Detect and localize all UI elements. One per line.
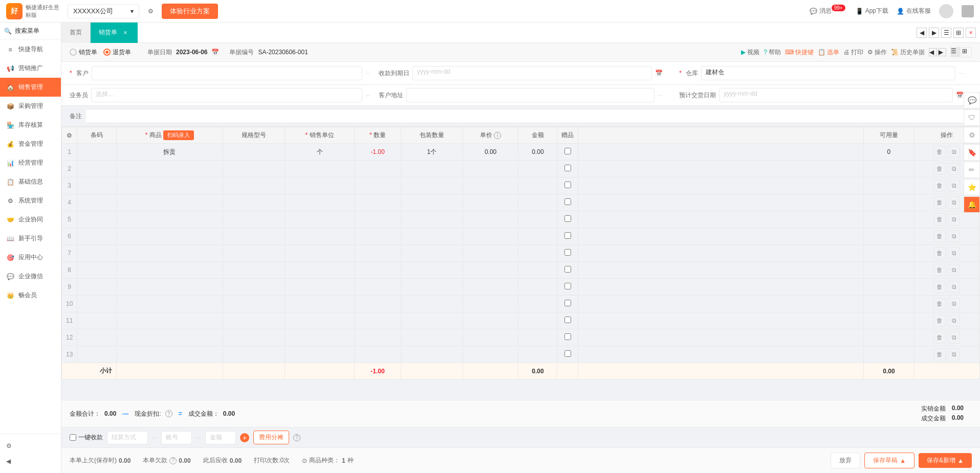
action-shortcut[interactable]: ⌨ 快捷键 xyxy=(785,48,814,57)
copy-row-button[interactable]: ⧉ xyxy=(948,281,960,293)
cell-pack-qty[interactable] xyxy=(401,279,463,296)
fee-split-button[interactable]: 费用分摊 xyxy=(253,431,289,444)
cell-product[interactable] xyxy=(116,161,223,177)
cell-barcode[interactable] xyxy=(77,262,116,279)
cell-price[interactable] xyxy=(463,211,518,228)
cell-amount[interactable] xyxy=(518,329,557,346)
account-more-icon[interactable]: ··· xyxy=(196,434,201,441)
cell-unit[interactable] xyxy=(285,211,355,228)
cash-discount-info-icon[interactable]: ? xyxy=(165,410,172,417)
gift-checkbox[interactable] xyxy=(564,350,571,357)
collection-date-input[interactable]: yyyy-mm-dd xyxy=(412,66,652,80)
cell-product[interactable] xyxy=(116,346,223,363)
cell-price[interactable] xyxy=(463,296,518,312)
warehouse-input[interactable]: 建材仓 xyxy=(701,66,955,80)
right-panel-chat-icon[interactable]: 💬 xyxy=(964,92,980,108)
gift-checkbox[interactable] xyxy=(564,249,571,256)
cell-gift[interactable] xyxy=(557,211,578,228)
cell-unit[interactable] xyxy=(285,194,355,211)
action-operate[interactable]: ⚙ 操作 xyxy=(867,48,887,57)
right-panel-orange-icon[interactable]: 🔔 xyxy=(964,196,980,213)
copy-row-button[interactable]: ⧉ xyxy=(948,163,960,175)
cell-quantity[interactable]: -1.00 xyxy=(354,144,401,161)
order-debt-info-icon[interactable]: ? xyxy=(169,457,177,464)
tab-prev-icon[interactable]: ◀ xyxy=(917,28,927,38)
cell-product[interactable] xyxy=(116,228,223,245)
cell-amount[interactable] xyxy=(518,346,557,363)
tab-sales-order[interactable]: 销货单 × xyxy=(91,22,138,43)
cell-gift[interactable] xyxy=(557,296,578,312)
cell-barcode[interactable] xyxy=(77,296,116,312)
sidebar-item-finance[interactable]: 💰 资金管理 xyxy=(0,134,61,153)
cell-unit[interactable] xyxy=(285,329,355,346)
cell-amount[interactable] xyxy=(518,194,557,211)
sidebar-collapse[interactable]: ◀ xyxy=(0,454,61,469)
prev-record-icon[interactable]: ◀ xyxy=(929,48,937,56)
cell-product[interactable] xyxy=(116,194,223,211)
sidebar-item-management[interactable]: 📊 经营管理 xyxy=(0,153,61,172)
cell-gift[interactable] xyxy=(557,279,578,296)
fee-info-icon[interactable]: ? xyxy=(293,434,300,441)
view-grid-icon[interactable]: ⊞ xyxy=(962,47,972,57)
cell-gift[interactable] xyxy=(557,346,578,363)
cell-spec[interactable] xyxy=(223,329,285,346)
cell-amount[interactable] xyxy=(518,279,557,296)
save-new-button[interactable]: 保存&新增 ▲ xyxy=(919,453,972,468)
gift-checkbox[interactable] xyxy=(564,148,571,154)
cell-unit[interactable] xyxy=(285,262,355,279)
cell-pack-qty[interactable] xyxy=(401,312,463,329)
cell-unit[interactable] xyxy=(285,279,355,296)
one-click-payment-checkbox[interactable]: 一键收款 xyxy=(70,433,103,442)
cell-unit[interactable] xyxy=(285,296,355,312)
gift-checkbox[interactable] xyxy=(564,266,571,273)
delete-row-button[interactable]: 🗑 xyxy=(933,264,946,276)
cell-product[interactable]: 拆贡 xyxy=(116,144,223,161)
payment-checkbox-input[interactable] xyxy=(70,434,76,441)
cell-gift[interactable] xyxy=(557,262,578,279)
sidebar-item-system[interactable]: ⚙ 系统管理 xyxy=(0,191,61,210)
cell-amount[interactable] xyxy=(518,161,557,177)
sidebar-item-guide[interactable]: 📖 新手引导 xyxy=(0,229,61,248)
cell-spec[interactable] xyxy=(223,194,285,211)
copy-row-button[interactable]: ⧉ xyxy=(948,213,960,226)
delete-row-button[interactable]: 🗑 xyxy=(933,196,946,209)
cell-quantity[interactable] xyxy=(354,228,401,245)
cell-pack-qty[interactable] xyxy=(401,245,463,262)
sidebar-item-inventory[interactable]: 🏪 库存核算 xyxy=(0,116,61,134)
notice-button[interactable]: 💬 消息 99+ xyxy=(810,7,847,15)
copy-row-button[interactable]: ⧉ xyxy=(948,264,960,276)
delete-row-button[interactable]: 🗑 xyxy=(933,331,946,344)
copy-row-button[interactable]: ⧉ xyxy=(948,230,960,242)
cell-spec[interactable] xyxy=(223,228,285,245)
cell-product[interactable] xyxy=(116,211,223,228)
radio-return-order[interactable]: 退货单 xyxy=(103,48,131,57)
cell-pack-qty[interactable] xyxy=(401,346,463,363)
user-menu-icon[interactable] xyxy=(962,5,974,17)
cell-product[interactable] xyxy=(116,262,223,279)
cell-product[interactable] xyxy=(116,296,223,312)
action-select[interactable]: 📋 选单 xyxy=(818,48,839,57)
online-service-button[interactable]: 👤 在线客服 xyxy=(897,7,931,15)
calendar-icon[interactable]: 📅 xyxy=(211,49,219,56)
cell-spec[interactable] xyxy=(223,279,285,296)
delete-row-button[interactable]: 🗑 xyxy=(933,230,946,242)
right-panel-settings-icon[interactable]: ⚙ xyxy=(964,127,980,143)
delete-row-button[interactable]: 🗑 xyxy=(933,146,946,158)
cell-price[interactable] xyxy=(463,279,518,296)
gift-checkbox[interactable] xyxy=(564,198,571,205)
view-list-icon[interactable]: ☰ xyxy=(950,47,961,57)
cell-quantity[interactable] xyxy=(354,346,401,363)
cell-amount[interactable] xyxy=(518,211,557,228)
cell-price[interactable] xyxy=(463,194,518,211)
cell-amount[interactable] xyxy=(518,228,557,245)
trial-button[interactable]: 体验行业方案 xyxy=(162,4,218,19)
cell-unit[interactable] xyxy=(285,228,355,245)
cell-pack-qty[interactable] xyxy=(401,161,463,177)
cell-unit[interactable] xyxy=(285,346,355,363)
cell-quantity[interactable] xyxy=(354,161,401,177)
delete-row-button[interactable]: 🗑 xyxy=(933,281,946,293)
action-history[interactable]: 📜 历史单据 xyxy=(891,48,925,57)
cell-spec[interactable] xyxy=(223,211,285,228)
copy-row-button[interactable]: ⧉ xyxy=(948,179,960,192)
abandon-button[interactable]: 放弃 xyxy=(831,453,860,468)
